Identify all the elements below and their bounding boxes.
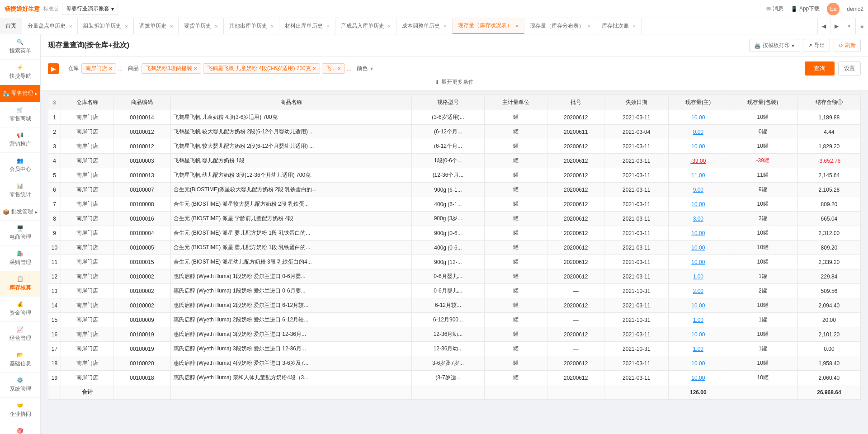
qty-link[interactable]: 0.00	[693, 129, 703, 135]
qty-link[interactable]: 10.00	[691, 230, 705, 236]
td-qty[interactable]: 9.00	[669, 183, 728, 197]
sidebar-item-purchase[interactable]: 🛍️ 采购管理	[0, 246, 40, 271]
qty-link[interactable]: 10.00	[691, 201, 705, 208]
tab-prev-btn[interactable]: ◀	[817, 18, 830, 34]
sidebar-item-marketing[interactable]: 📢 营销推广	[0, 127, 40, 153]
qty-link[interactable]: 11.00	[691, 172, 705, 179]
tab-stock-status-close[interactable]: ×	[516, 23, 519, 28]
qty-link[interactable]: 10.00	[691, 360, 705, 367]
td-qty[interactable]: 1.00	[669, 313, 728, 327]
avatar[interactable]: Ea	[827, 3, 840, 15]
tab-stock-dist-close[interactable]: ×	[588, 24, 590, 29]
td-qty[interactable]: 10.00	[669, 255, 728, 269]
app-download-btn[interactable]: 📱 App下载	[791, 5, 820, 13]
qty-link[interactable]: 10.00	[691, 114, 705, 121]
qty-link[interactable]: 1.00	[693, 346, 703, 352]
td-qty[interactable]: 2.00	[669, 284, 728, 298]
tab-other-out[interactable]: 其他出库单历史 ×	[224, 18, 279, 34]
td-qty[interactable]: 10.00	[669, 371, 728, 385]
tab-borrow[interactable]: 要货单历史 ×	[179, 18, 223, 34]
sidebar-item-system[interactable]: ⚙️ 系统管理	[0, 373, 40, 398]
column-settings-icon[interactable]: ⚙	[52, 99, 57, 106]
td-qty[interactable]: 10.00	[669, 356, 728, 371]
refresh-btn[interactable]: ↺ 刷新	[834, 39, 861, 52]
td-qty[interactable]: 11.00	[669, 168, 728, 183]
qty-link[interactable]: 2.00	[693, 288, 703, 294]
qty-link[interactable]: -39.00	[690, 158, 706, 164]
td-qty[interactable]: 1.00	[669, 342, 728, 356]
tab-material-out-close[interactable]: ×	[326, 24, 329, 29]
tab-material-out[interactable]: 材料出库单历史 ×	[279, 18, 335, 34]
td-qty[interactable]: 10.00	[669, 298, 728, 313]
print-btn[interactable]: 🖨️ 按模板打印 ▾	[749, 39, 799, 52]
qty-link[interactable]: 10.00	[691, 331, 705, 338]
td-qty[interactable]: 10.00	[669, 197, 728, 212]
qty-link[interactable]: 1.00	[693, 317, 703, 323]
tab-more-btn[interactable]: ≡	[855, 18, 868, 34]
tab-mix[interactable]: 调拨单历史 ×	[134, 18, 179, 34]
messages-btn[interactable]: ✉ 消息	[766, 5, 783, 13]
sidebar-item-retail-stats[interactable]: 📊 零售统计	[0, 178, 40, 203]
td-qty[interactable]: 0.00	[669, 125, 728, 139]
tab-other-out-close[interactable]: ×	[271, 24, 274, 29]
product-tag-2-close[interactable]: ×	[313, 66, 316, 72]
sidebar-item-operation[interactable]: 📈 经营管理	[0, 322, 40, 347]
tab-home[interactable]: 首页	[0, 18, 22, 34]
td-qty[interactable]: 10.00	[669, 110, 728, 125]
warehouse-tag-close[interactable]: ×	[109, 66, 112, 72]
td-qty[interactable]: 10.00	[669, 327, 728, 342]
account-dropdown[interactable]: 母婴行业演示账套 ▾	[62, 3, 118, 15]
query-btn[interactable]: 查询	[805, 61, 835, 75]
sidebar-item-coop[interactable]: 🤝 企业协同	[0, 398, 40, 423]
product-tag-3-close[interactable]: ×	[338, 66, 341, 72]
qty-link[interactable]: 10.00	[691, 375, 705, 381]
td-qty[interactable]: -39.00	[669, 154, 728, 168]
tab-batch-close[interactable]: ×	[632, 24, 635, 29]
tab-split[interactable]: 分量盘点单历史 ×	[22, 18, 78, 34]
tab-batch[interactable]: 库存批次账 ×	[596, 18, 641, 34]
filter-expand-arrow[interactable]: ▶	[48, 63, 59, 74]
color-dropdown-arrow[interactable]: ▾	[370, 66, 373, 72]
tab-next-btn[interactable]: ▶	[830, 18, 843, 34]
td-qty[interactable]: 10.00	[669, 241, 728, 255]
qty-link[interactable]: 1.00	[693, 274, 703, 280]
sidebar-item-search[interactable]: 🔍 搜索英单	[0, 34, 40, 60]
td-qty[interactable]: 3.00	[669, 212, 728, 226]
qty-link[interactable]: 9.00	[693, 187, 703, 193]
export-btn[interactable]: ↗ 导出	[803, 39, 830, 52]
filter-expand-btn[interactable]: ⬇ 展开更多条件	[48, 78, 861, 86]
tab-borrow-close[interactable]: ×	[215, 24, 217, 29]
qty-link[interactable]: 10.00	[691, 143, 705, 150]
product-tag-1-close[interactable]: ×	[194, 66, 197, 72]
sidebar-item-retail-shop[interactable]: 🛒 零售商城	[0, 102, 40, 127]
qty-link[interactable]: 3.00	[693, 216, 703, 222]
tab-stock-status[interactable]: 现存量（库存状况表） ×	[453, 18, 524, 34]
tab-stock-dist[interactable]: 现存量（库存分布表） ×	[524, 18, 596, 34]
setting-btn[interactable]: 设置	[838, 61, 861, 75]
sidebar-item-basic[interactable]: 📂 基础信息	[0, 347, 40, 373]
tab-disassemble[interactable]: 组装拆卸单历史 ×	[78, 18, 133, 34]
tab-cost-adjust[interactable]: 成本调整单历史 ×	[396, 18, 452, 34]
sidebar-item-quicknav[interactable]: ⚡ 快捷导航	[0, 60, 40, 85]
sidebar-item-member[interactable]: 👥 会员中心	[0, 153, 40, 178]
tab-close-all-btn[interactable]: ×	[843, 18, 855, 34]
td-qty[interactable]: 10.00	[669, 139, 728, 154]
warehouse-filter-more[interactable]: ...	[118, 66, 123, 72]
td-qty[interactable]: 1.00	[669, 269, 728, 284]
sidebar-item-ecommerce[interactable]: 🖥️ 电商管理	[0, 221, 40, 246]
tab-product-in-close[interactable]: ×	[388, 24, 391, 29]
sidebar-item-inventory[interactable]: 📋 库存核算	[0, 271, 40, 297]
product-filter-more[interactable]: ...	[347, 66, 351, 72]
tab-cost-adjust-close[interactable]: ×	[443, 24, 446, 29]
qty-link[interactable]: 10.00	[691, 302, 705, 309]
sidebar-item-wholesale[interactable]: 📦 批发管理 ▸	[0, 203, 40, 221]
tab-disassemble-close[interactable]: ×	[125, 24, 127, 29]
qty-link[interactable]: 10.00	[691, 259, 705, 265]
sidebar-item-finance[interactable]: 💰 资金管理	[0, 297, 40, 322]
sidebar-item-retail[interactable]: 🏪 零售管理 ▸	[0, 85, 40, 102]
tab-split-close[interactable]: ×	[69, 24, 72, 29]
td-qty[interactable]: 10.00	[669, 226, 728, 241]
sidebar-item-newguide[interactable]: 🎯 新手引导	[0, 423, 40, 434]
tab-mix-close[interactable]: ×	[170, 24, 173, 29]
qty-link[interactable]: 10.00	[691, 245, 705, 251]
